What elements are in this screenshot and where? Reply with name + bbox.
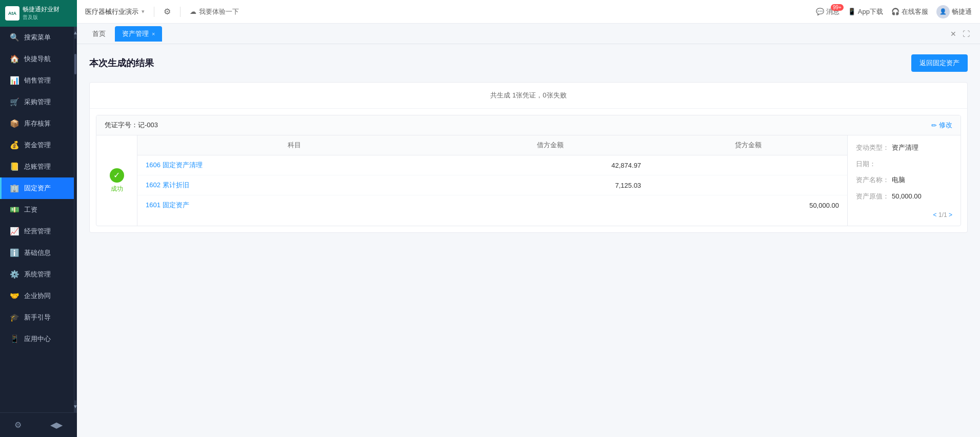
sidebar-item-app-center[interactable]: 📱 应用中心 <box>0 328 74 350</box>
close-panel-button[interactable]: ✕ <box>948 29 958 39</box>
sidebar-icon-enterprise: 🤝 <box>10 291 19 301</box>
sidebar-label-finance: 资金管理 <box>24 141 51 150</box>
success-status-cell: ✓ 成功 <box>96 135 137 226</box>
user-menu[interactable]: 👤 畅捷通 <box>936 5 972 18</box>
sidebar-icon-operations: 📈 <box>10 227 19 236</box>
sidebar-item-ledger[interactable]: 📒 总账管理 <box>0 156 74 177</box>
scroll-up-arrow[interactable]: ▲ <box>72 29 77 36</box>
sidebar-item-inventory[interactable]: 📦 库存核算 <box>0 113 74 134</box>
success-indicator: ✓ 成功 <box>99 158 134 204</box>
voucher-edit-button[interactable]: ✏ 修改 <box>931 121 952 130</box>
original-value-value: 50,000.00 <box>892 191 922 202</box>
company-selector[interactable]: 医疗器械行业演示 ▾ <box>85 7 145 16</box>
message-badge: 99+ <box>831 4 844 11</box>
voucher-table-container: 科目 借方金额 贷方金额 1606 固定资产清理 42,874.97 1602 … <box>137 135 848 226</box>
sidebar-label-ledger: 总账管理 <box>24 162 51 171</box>
tab-asset-management[interactable]: 资产管理 × <box>115 26 162 42</box>
prev-page-button[interactable]: < <box>933 211 937 218</box>
sidebar-icon-payroll: 💵 <box>10 205 19 214</box>
sidebar-icon-purchase: 🛒 <box>10 97 19 107</box>
sidebar-item-enterprise[interactable]: 🤝 企业协同 <box>0 285 74 307</box>
table-row: 1606 固定资产清理 42,874.97 <box>137 155 847 175</box>
sidebar-label-fixed-assets: 固定资产 <box>24 184 51 193</box>
sidebar-icon-search: 🔍 <box>10 33 19 42</box>
sidebar-footer: ⚙ ◀▶ <box>0 412 77 437</box>
sidebar-item-quick-nav[interactable]: 🏠 快捷导航 <box>0 48 74 70</box>
sidebar-label-system: 系统管理 <box>24 270 51 279</box>
topbar-settings-button[interactable]: ⚙ <box>164 7 171 16</box>
sidebar-item-fixed-assets[interactable]: 🏢 固定资产 <box>0 177 74 199</box>
message-button[interactable]: 💬 消息 99+ <box>816 7 839 16</box>
account-cell[interactable]: 1602 累计折旧 <box>137 175 451 195</box>
page-title: 本次生成的结果 <box>89 57 154 69</box>
page-header: 本次生成的结果 返回固定资产 <box>89 54 968 72</box>
sidebar-icon-fixed-assets: 🏢 <box>10 184 19 193</box>
online-service-button[interactable]: 🎧 在线客服 <box>891 7 928 16</box>
sidebar-item-finance[interactable]: 💰 资金管理 <box>0 134 74 156</box>
original-value-row: 资产原值： 50,000.00 <box>856 191 952 202</box>
debit-cell: 7,125.03 <box>451 175 649 195</box>
sidebar-item-basic-info[interactable]: ℹ️ 基础信息 <box>0 242 74 264</box>
sidebar-label-payroll: 工资 <box>24 205 37 214</box>
message-icon: 💬 <box>816 8 824 15</box>
credit-cell: 50,000.00 <box>649 195 847 215</box>
result-summary: 共生成 1张凭证，0张失败 <box>90 83 967 109</box>
tab-home[interactable]: 首页 <box>85 25 113 43</box>
trial-label: 我要体验一下 <box>199 7 239 16</box>
sidebar-item-guide[interactable]: 🎓 新手引导 <box>0 307 74 328</box>
collapse-button[interactable]: ◀▶ <box>46 418 67 432</box>
app-logo: AtA 畅捷通好业财 普及版 <box>0 0 77 27</box>
app-edition: 普及版 <box>23 14 59 21</box>
return-button[interactable]: 返回固定资产 <box>911 54 968 72</box>
change-type-value: 资产清理 <box>892 143 918 153</box>
change-type-label: 变动类型： <box>856 143 892 153</box>
company-name: 医疗器械行业演示 <box>85 7 138 16</box>
sidebar-item-payroll[interactable]: 💵 工资 <box>0 199 74 221</box>
debit-cell: 42,874.97 <box>451 155 649 175</box>
voucher-table: 科目 借方金额 贷方金额 1606 固定资产清理 42,874.97 1602 … <box>137 135 847 215</box>
edit-icon: ✏ <box>931 122 937 129</box>
sidebar-label-purchase: 采购管理 <box>24 97 51 107</box>
sidebar-label-search: 搜索菜单 <box>24 33 51 42</box>
sidebar-label-quick-nav: 快捷导航 <box>24 54 51 64</box>
asset-name-value: 电脑 <box>892 175 905 185</box>
sidebar-label-app-center: 应用中心 <box>24 334 51 344</box>
sidebar-item-operations[interactable]: 📈 经营管理 <box>0 221 74 242</box>
scroll-down-arrow[interactable]: ▼ <box>72 403 77 410</box>
voucher-number: 凭证字号：记-003 <box>105 121 158 130</box>
voucher-header: 凭证字号：记-003 ✏ 修改 <box>96 115 961 135</box>
col-header-debit: 借方金额 <box>451 135 649 155</box>
dropdown-icon: ▾ <box>142 8 145 15</box>
sidebar-item-purchase[interactable]: 🛒 采购管理 <box>0 91 74 113</box>
sidebar-icon-basic-info: ℹ️ <box>10 248 19 257</box>
settings-footer-button[interactable]: ⚙ <box>10 418 26 432</box>
sidebar-item-system[interactable]: ⚙️ 系统管理 <box>0 264 74 285</box>
app-name: 畅捷通好业财 <box>23 6 59 14</box>
voucher-section: 凭证字号：记-003 ✏ 修改 ✓ 成功 <box>96 115 961 226</box>
sidebar-item-sales[interactable]: 📊 销售管理 <box>0 70 74 91</box>
topbar-right: 💬 消息 99+ 📱 App下载 🎧 在线客服 👤 畅捷通 <box>816 5 972 18</box>
user-label: 畅捷通 <box>952 7 972 16</box>
trial-button[interactable]: ☁ 我要体验一下 <box>190 7 239 16</box>
sidebar-icon-guide: 🎓 <box>10 313 19 322</box>
asset-name-label: 资产名称： <box>856 175 892 185</box>
tab-close-button[interactable]: × <box>152 31 155 37</box>
app-download-label: App下载 <box>858 7 883 16</box>
app-download-icon: 📱 <box>848 8 856 15</box>
topbar: 医疗器械行业演示 ▾ ⚙ ☁ 我要体验一下 💬 消息 99+ 📱 App下载 🎧… <box>77 0 980 24</box>
original-value-label: 资产原值： <box>856 191 892 202</box>
app-download-button[interactable]: 📱 App下载 <box>848 7 883 16</box>
sidebar-label-sales: 销售管理 <box>24 76 51 85</box>
topbar-divider-2 <box>180 7 181 17</box>
col-header-account: 科目 <box>137 135 451 155</box>
expand-panel-button[interactable]: ⛶ <box>961 29 972 39</box>
account-cell[interactable]: 1606 固定资产清理 <box>137 155 451 175</box>
sidebar-label-enterprise: 企业协同 <box>24 291 51 301</box>
sidebar-item-search[interactable]: 🔍 搜索菜单 <box>0 27 74 48</box>
sidebar-icon-finance: 💰 <box>10 141 19 150</box>
debit-cell <box>451 195 649 215</box>
page-content-area: 本次生成的结果 返回固定资产 共生成 1张凭证，0张失败 凭证字号：记-003 … <box>77 44 980 437</box>
next-page-button[interactable]: > <box>949 211 952 218</box>
result-card: 共生成 1张凭证，0张失败 凭证字号：记-003 ✏ 修改 ✓ 成功 <box>89 82 968 233</box>
account-cell[interactable]: 1601 固定资产 <box>137 195 451 215</box>
